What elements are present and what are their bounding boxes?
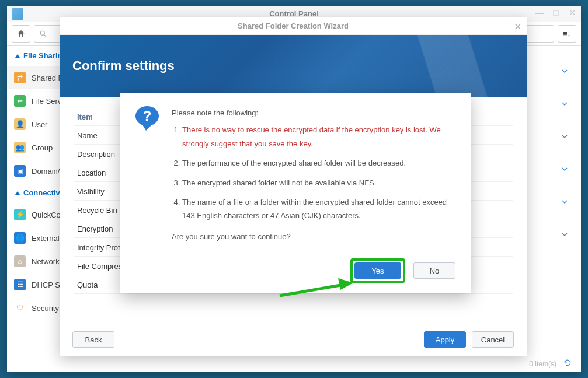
dialog-point-4: The name of a file or a folder within th…: [182, 195, 455, 223]
shield-icon: 🛡: [14, 302, 26, 314]
chevron-down-icon[interactable]: [560, 230, 570, 242]
back-button[interactable]: Back: [72, 331, 114, 348]
dialog-point-2: The performance of the encrypted shared …: [182, 156, 455, 170]
close-icon[interactable]: ✕: [567, 8, 577, 18]
chevron-down-icon[interactable]: [560, 66, 570, 78]
home-button[interactable]: [12, 25, 30, 43]
chevron-down-icon[interactable]: [560, 132, 570, 144]
chevron-down-icon[interactable]: [560, 164, 570, 176]
minimize-icon[interactable]: —: [534, 8, 545, 18]
yes-button[interactable]: Yes: [354, 262, 401, 279]
svg-point-0: [40, 31, 44, 35]
home-icon: [16, 29, 26, 38]
network-icon: ⌂: [14, 256, 26, 267]
refresh-button[interactable]: [563, 359, 572, 369]
chevron-down-icon[interactable]: [560, 99, 570, 111]
user-icon: 👤: [14, 118, 26, 130]
window-title: Control Panel: [7, 9, 581, 18]
dialog-point-3: The encrypted shared folder will not be …: [182, 176, 455, 190]
dialog-intro: Please note the following:: [172, 106, 455, 120]
yes-highlight: Yes: [350, 258, 405, 283]
wizard-header: Confirm settings: [60, 35, 527, 97]
search-icon: [39, 30, 47, 38]
dialog-point-1: There is no way to rescue the encrypted …: [182, 123, 455, 150]
app-icon: [12, 8, 23, 20]
domain-icon: ▣: [14, 165, 26, 177]
no-button[interactable]: No: [413, 262, 455, 279]
group-icon: 👥: [14, 142, 26, 153]
cancel-button[interactable]: Cancel: [472, 331, 514, 348]
quickconnect-icon: ⚡: [14, 209, 26, 220]
question-icon: ?: [135, 106, 161, 128]
confirm-dialog: ? Please note the following: There is no…: [120, 93, 471, 293]
chevron-down-icon[interactable]: [560, 197, 570, 209]
dialog-confirm: Are you sure you want to continue?: [172, 230, 455, 243]
item-count: 0 item(s): [529, 360, 556, 368]
dhcp-icon: ☷: [14, 279, 26, 290]
folder-icon: ⇄: [14, 72, 26, 83]
svg-line-1: [44, 34, 47, 37]
external-icon: 🌐: [14, 232, 26, 244]
apply-button[interactable]: Apply: [424, 331, 466, 348]
wizard-title: Shared Folder Creation Wizard ×: [60, 18, 527, 35]
maximize-icon[interactable]: □: [551, 8, 561, 18]
file-services-icon: ⇐: [14, 95, 26, 107]
wizard-heading: Confirm settings: [72, 58, 175, 74]
sort-button[interactable]: ≡↓: [558, 25, 576, 43]
wizard-close-icon[interactable]: ×: [514, 21, 521, 33]
